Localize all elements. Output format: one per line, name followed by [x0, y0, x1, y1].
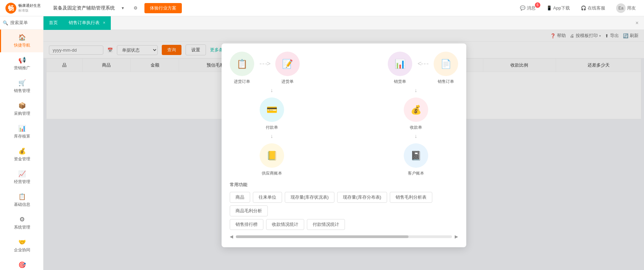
scroll-right-btn[interactable]: ▶: [455, 234, 458, 239]
scroll-left-btn[interactable]: ◀: [230, 234, 233, 239]
tab-bar: 首页 销售订单执行表 × ×: [43, 16, 644, 30]
arrow-purchase-order-to-bill: - - ->: [260, 52, 270, 68]
common-btn-stock-status[interactable]: 现存量(库存状况表): [285, 192, 335, 203]
tab-sales-order-label: 销售订单执行表: [69, 20, 100, 26]
common-btn-goods-profit[interactable]: 商品毛利分析: [230, 205, 268, 216]
marketing-icon: 📢: [18, 56, 26, 64]
common-btn-goods[interactable]: 商品: [230, 192, 250, 203]
online-service-btn[interactable]: 🎧 在线客服: [578, 4, 608, 13]
modal: 📋 进货订单 - - -> 📝: [222, 43, 466, 247]
purchase-order-label: 进货订单: [234, 79, 250, 85]
tab-home[interactable]: 首页: [43, 16, 63, 30]
tab-home-label: 首页: [49, 20, 58, 26]
online-service-icon: 🎧: [581, 5, 586, 11]
quick-nav-icon: 🏠: [18, 34, 26, 41]
common-btn-sales-rank[interactable]: 销售排行榜: [230, 219, 263, 230]
common-btn-stock-dist[interactable]: 现存量(库存分布表): [337, 192, 387, 203]
purchase-bill-label: 进货单: [281, 79, 294, 85]
sidebar-item-marketing[interactable]: 📢 营销推广: [0, 52, 43, 75]
flow-node-supplier-book: ↓ 📒 供应商账本: [260, 133, 284, 176]
sales-icon: 🛒: [18, 79, 26, 87]
flow-node-purchase-order: 📋 进货订单: [230, 52, 254, 85]
close-all-tabs-btn[interactable]: ×: [633, 20, 641, 26]
sidebar-item-operation[interactable]: 📈 经营管理: [0, 166, 43, 189]
horizontal-scrollbar[interactable]: ◀ ▶: [230, 234, 458, 239]
system-title: 装备及固定资产辅助管理系统: [53, 5, 115, 11]
tab-content: ❓ 帮助 🖨 按模板打印 ▾ ⬆ 导出 🔄: [43, 30, 644, 270]
message-btn[interactable]: 💬 消息 6: [517, 4, 538, 13]
tab-sales-order[interactable]: 销售订单执行表 ×: [63, 16, 111, 30]
user-menu[interactable]: Ea 用友: [613, 2, 639, 14]
flow-node-sales-order: 📄 销售订单: [434, 52, 458, 85]
avatar: Ea: [616, 3, 626, 13]
customer-book-label: 客户账本: [408, 170, 424, 176]
sidebar-item-label: 企业协同: [14, 247, 30, 253]
sidebar-item-quick-nav[interactable]: 🏠 快捷导航: [0, 30, 43, 52]
message-label: 消息: [527, 5, 536, 11]
sidebar-search[interactable]: 🔍 搜索菜单: [0, 16, 43, 30]
sidebar-item-finance[interactable]: 💰 资金管理: [0, 143, 43, 166]
payment-bill-icon: 💳: [260, 97, 284, 122]
content-area: 首页 销售订单执行表 × × ❓ 帮助: [43, 16, 644, 270]
sales-bill-label: 销货单: [394, 79, 406, 85]
sidebar-item-label: 营销推广: [14, 65, 30, 71]
customer-book-icon: 📓: [404, 143, 428, 168]
sidebar-item-label: 库存核算: [14, 133, 30, 139]
sidebar-item-label: 资金管理: [14, 156, 30, 162]
settings-icon[interactable]: ⚙: [131, 4, 140, 12]
common-btn-receipt-stat[interactable]: 收款情况统计: [266, 219, 304, 230]
sidebar-item-label: 销售管理: [14, 88, 30, 94]
message-icon: 💬: [520, 5, 525, 11]
app-download-label: App下载: [553, 5, 570, 11]
search-label: 搜索菜单: [10, 20, 28, 26]
experience-btn[interactable]: 体验行业方案: [144, 3, 182, 13]
sidebar-item-label: 经营管理: [14, 179, 30, 185]
supplier-book-icon: 📒: [260, 143, 284, 168]
sidebar-item-basic[interactable]: 📋 基础信息: [0, 189, 43, 212]
sidebar-item-label: 系统管理: [14, 224, 30, 230]
sidebar-item-inventory[interactable]: 📊 库存核算: [0, 121, 43, 143]
basic-icon: 📋: [18, 193, 26, 200]
sidebar-item-enterprise[interactable]: 🤝 企业协同: [0, 234, 43, 257]
sidebar-item-sales[interactable]: 🛒 销售管理: [0, 75, 43, 98]
sidebar-item-purchase[interactable]: 📦 采购管理: [0, 98, 43, 121]
purchase-icon: 📦: [18, 102, 26, 109]
flow-node-receipt: ↓ 💰 收款单: [404, 87, 428, 130]
scrollbar-thumb: [236, 235, 409, 238]
modal-overlay[interactable]: 📋 进货订单 - - -> 📝: [43, 30, 644, 270]
logo-sub: 标准版: [18, 8, 41, 13]
sales-order-icon: 📄: [434, 52, 458, 76]
scrollbar-track[interactable]: [236, 235, 452, 238]
topbar-right: 💬 消息 6 📱 App下载 🎧 在线客服 Ea 用友: [517, 2, 639, 14]
logo-icon: 畅: [5, 3, 16, 14]
sidebar-item-guide[interactable]: 🎯 新手引导: [0, 257, 43, 270]
guide-icon: 🎯: [18, 261, 26, 269]
message-badge: 6: [535, 2, 540, 8]
logo-text: 畅康通好生意: [18, 3, 41, 8]
sales-bill-icon: 📊: [388, 52, 412, 76]
receipt-bill-icon: 💰: [404, 97, 428, 122]
app-download-btn[interactable]: 📱 App下载: [544, 4, 573, 13]
enterprise-icon: 🤝: [18, 238, 26, 246]
common-btn-partners[interactable]: 往来单位: [253, 192, 282, 203]
sales-order-label: 销售订单: [438, 79, 454, 85]
common-buttons-row2: 销售排行榜 收款情况统计 付款情况统计: [230, 219, 458, 230]
sidebar-item-label: 采购管理: [14, 111, 30, 116]
common-buttons-row1: 商品 往来单位 现存量(库存状况表) 现存量(库存分布表) 销售毛利分析表 商品…: [230, 192, 458, 216]
flow-node-sales-bill: 📊 销货单: [388, 52, 412, 85]
dropdown-arrow-icon[interactable]: ▾: [119, 4, 127, 12]
tab-bar-end: ×: [633, 20, 644, 26]
inventory-icon: 📊: [18, 125, 26, 132]
supplier-book-label: 供应商账本: [262, 170, 282, 176]
tab-close-btn[interactable]: ×: [103, 20, 105, 25]
purchase-bill-icon: 📝: [275, 52, 300, 76]
receipt-bill-label: 收款单: [410, 125, 422, 130]
user-name: 用友: [627, 5, 636, 11]
sidebar-item-system[interactable]: ⚙ 系统管理: [0, 212, 43, 234]
finance-icon: 💰: [18, 147, 26, 155]
purchase-order-icon: 📋: [230, 52, 254, 76]
common-btn-sales-profit[interactable]: 销售毛利分析表: [390, 192, 432, 203]
flow-node-payment: ↓ 💳 付款单: [260, 87, 284, 130]
flow-node-purchase-bill: 📝 进货单: [275, 52, 300, 85]
common-btn-payment-stat[interactable]: 付款情况统计: [307, 219, 345, 230]
